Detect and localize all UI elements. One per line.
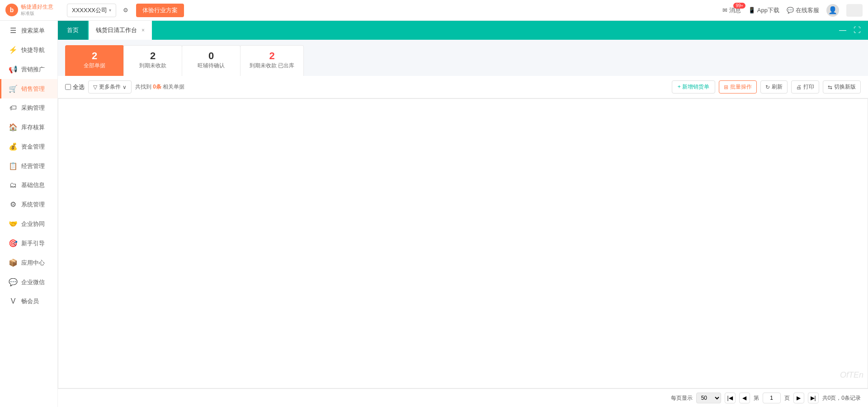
stat-count-1: 2 — [133, 50, 173, 62]
tab-home-label: 首页 — [67, 26, 79, 34]
company-name: XXXXXX公司 — [72, 6, 107, 14]
toolbar-right: + 新增销货单 ⊞ 批量操作 ↻ 刷新 🖨 打印 ⇆ 切换新版 — [672, 80, 861, 94]
sidebar-item-8[interactable]: 🗂基础信息 — [0, 176, 57, 195]
select-all-input[interactable] — [65, 84, 71, 90]
stat-label-1: 到期未收款 — [139, 62, 166, 69]
app-download-btn[interactable]: 📱 App下载 — [748, 6, 779, 14]
chevron-filter-icon: ∨ — [123, 84, 127, 90]
avatar[interactable]: 👤 — [826, 4, 839, 17]
stat-count-0: 2 — [75, 50, 114, 62]
close-tab-icon[interactable]: × — [142, 27, 145, 33]
per-page-label: 每页显示 — [671, 394, 693, 402]
logo-icon: b — [5, 4, 18, 16]
sidebar-item-14[interactable]: V畅会员 — [0, 292, 57, 311]
sidebar-icon-8: 🗂 — [9, 181, 18, 189]
tab-expand-btn[interactable]: ⛶ — [852, 24, 863, 36]
filter-label: 更多条件 — [99, 83, 121, 91]
page-last-btn[interactable]: ▶| — [808, 393, 819, 403]
avatar-extra — [846, 4, 863, 17]
page-next-btn[interactable]: ▶ — [793, 393, 804, 403]
settings-icon-btn[interactable]: ⚙ — [119, 4, 132, 17]
page-input[interactable] — [763, 393, 781, 403]
page-label: 第 — [754, 394, 759, 402]
sidebar-label-9: 系统管理 — [21, 201, 45, 209]
found-suffix: 相关单据 — [163, 84, 184, 90]
tab-home[interactable]: 首页 — [58, 21, 88, 40]
sidebar-item-1[interactable]: ⚡快捷导航 — [0, 40, 57, 60]
tab-bar: 首页 钱货日清工作台 × — ⛶ — [58, 21, 868, 40]
experience-btn[interactable]: 体验行业方案 — [136, 4, 184, 17]
sidebar-label-4: 采购管理 — [21, 104, 45, 112]
sidebar-icon-14: V — [9, 297, 18, 305]
logo-sub: 标准版 — [21, 10, 53, 17]
found-text: 共找到 0条 相关单据 — [135, 83, 184, 91]
page-prev-btn[interactable]: ◀ — [739, 393, 750, 403]
sidebar-label-14: 畅会员 — [21, 297, 39, 305]
print-btn[interactable]: 🖨 打印 — [791, 80, 819, 94]
tab-active[interactable]: 钱货日清工作台 × — [89, 21, 152, 40]
sidebar-item-10[interactable]: 🤝企业协同 — [0, 214, 57, 234]
sidebar-item-11[interactable]: 🎯新手引导 — [0, 234, 57, 253]
sidebar-label-2: 营销推广 — [21, 65, 45, 74]
table-area — [58, 98, 868, 388]
page-first-btn[interactable]: |◀ — [725, 393, 736, 403]
stat-count-2: 0 — [191, 50, 231, 62]
switch-version-btn[interactable]: ⇆ 切换新版 — [823, 80, 861, 94]
stats-tab-2[interactable]: 0旺辅待确认 — [182, 45, 241, 76]
avatar-icon: 👤 — [828, 6, 837, 14]
found-prefix: 共找到 — [135, 84, 151, 90]
tab-bar-actions: — ⛶ — [832, 21, 868, 40]
batch-btn[interactable]: ⊞ 批量操作 — [719, 80, 757, 94]
print-label: 打印 — [803, 83, 814, 91]
sidebar: ☰搜索菜单⚡快捷导航📢营销推广🛒销售管理🏷采购管理🏠库存核算💰资金管理📋经营管理… — [0, 21, 58, 407]
pagination: 每页显示 50 100 200 |◀ ◀ 第 页 ▶ ▶| 共0页，0条记录 — [58, 388, 868, 407]
sidebar-icon-12: 📦 — [9, 258, 18, 267]
sidebar-item-0[interactable]: ☰搜索菜单 — [0, 21, 57, 40]
sidebar-icon-5: 🏠 — [9, 123, 18, 131]
sidebar-label-0: 搜索菜单 — [21, 27, 45, 35]
sidebar-label-11: 新手引导 — [21, 239, 45, 248]
company-selector[interactable]: XXXXXX公司 ▾ — [67, 4, 116, 17]
sidebar-item-6[interactable]: 💰资金管理 — [0, 137, 57, 156]
sidebar-item-2[interactable]: 📢营销推广 — [0, 60, 57, 79]
message-btn[interactable]: ✉ 消息 99 — [722, 6, 741, 14]
refresh-label: 刷新 — [772, 83, 783, 91]
toolbar: 全选 ▽ 更多条件 ∨ 共找到 0条 相关单据 + 新增销货单 ⊞ 批量操作 — [58, 76, 868, 98]
app-download-label: App下载 — [757, 6, 779, 14]
content-area: 2全部单据2到期未收款0旺辅待确认2到期未收款 已出库 全选 ▽ 更多条件 ∨ … — [58, 40, 868, 407]
select-all-checkbox[interactable]: 全选 — [65, 83, 85, 91]
stats-tab-1[interactable]: 2到期未收款 — [123, 45, 182, 76]
found-count: 0条 — [153, 84, 161, 90]
stats-tab-3[interactable]: 2到期未收款 已出库 — [240, 45, 304, 76]
sidebar-item-9[interactable]: ⚙系统管理 — [0, 195, 57, 214]
stat-label-2: 旺辅待确认 — [198, 62, 225, 69]
stats-tabs: 2全部单据2到期未收款0旺辅待确认2到期未收款 已出库 — [58, 40, 868, 76]
sidebar-icon-13: 💬 — [9, 278, 18, 286]
filter-btn[interactable]: ▽ 更多条件 ∨ — [88, 80, 132, 94]
sidebar-item-7[interactable]: 📋经营管理 — [0, 156, 57, 176]
main-content: 首页 钱货日清工作台 × — ⛶ 2全部单据2到期未收款0旺辅待确认2到期未收款… — [58, 21, 868, 407]
online-service-btn[interactable]: 💬 在线客服 — [787, 6, 819, 14]
sidebar-label-12: 应用中心 — [21, 259, 45, 267]
stats-tab-0[interactable]: 2全部单据 — [65, 45, 124, 76]
header-right: ✉ 消息 99 📱 App下载 💬 在线客服 👤 — [722, 4, 863, 17]
online-service-icon: 💬 — [787, 7, 794, 14]
batch-icon: ⊞ — [724, 84, 728, 90]
sidebar-icon-4: 🏷 — [9, 104, 18, 112]
sidebar-label-13: 企业微信 — [21, 278, 45, 286]
sidebar-item-4[interactable]: 🏷采购管理 — [0, 98, 57, 117]
sidebar-item-3[interactable]: 🛒销售管理 — [0, 79, 57, 98]
select-all-label: 全选 — [73, 83, 85, 91]
sidebar-icon-3: 🛒 — [9, 84, 18, 93]
sidebar-label-1: 快捷导航 — [21, 46, 45, 54]
refresh-btn[interactable]: ↻ 刷新 — [760, 80, 788, 94]
sidebar-item-5[interactable]: 🏠库存核算 — [0, 117, 57, 137]
top-header: b 畅捷通好生意 标准版 XXXXXX公司 ▾ ⚙ 体验行业方案 ✉ 消息 99… — [0, 0, 868, 21]
sidebar-item-13[interactable]: 💬企业微信 — [0, 272, 57, 292]
new-sale-btn[interactable]: + 新增销货单 — [672, 80, 715, 94]
tab-minimize-btn[interactable]: — — [837, 24, 848, 36]
sidebar-label-10: 企业协同 — [21, 220, 45, 228]
per-page-select[interactable]: 50 100 200 — [696, 393, 721, 403]
sidebar-item-12[interactable]: 📦应用中心 — [0, 253, 57, 272]
switch-label: 切换新版 — [834, 83, 856, 91]
